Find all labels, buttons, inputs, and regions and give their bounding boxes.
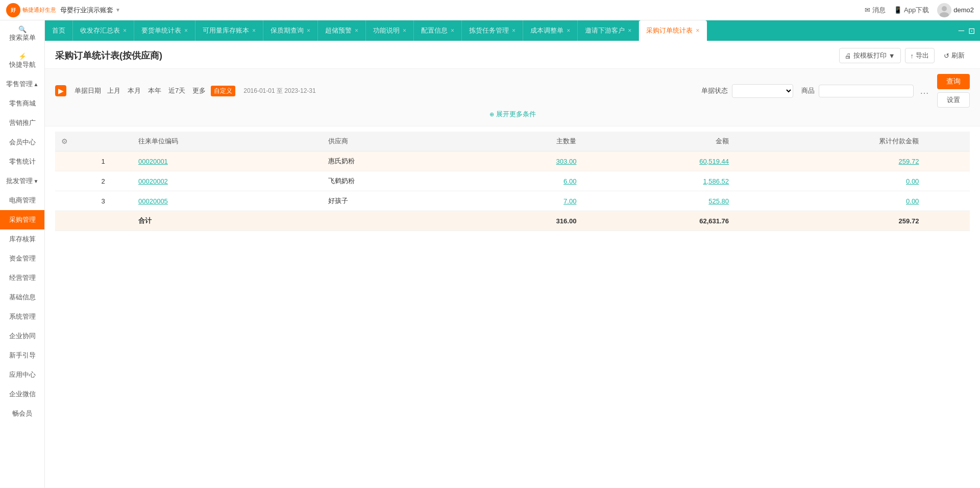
logo-icon: 好 xyxy=(6,3,20,17)
row-code-cell[interactable]: 00020005 xyxy=(132,191,322,211)
tab-config-info[interactable]: 配置信息 × xyxy=(414,20,462,41)
tab-receive-summary-label: 收发存汇总表 xyxy=(80,26,120,35)
more-dots-icon[interactable]: … xyxy=(920,86,929,96)
sidebar-item-ecommerce[interactable]: 电商管理 xyxy=(0,191,44,210)
sidebar-item-retail[interactable]: 零售管理 ▲ xyxy=(0,74,44,94)
row-paid-cell[interactable]: 0.00 xyxy=(735,171,925,191)
print-button[interactable]: 🖨 按模板打印 ▼ xyxy=(839,48,901,63)
sidebar-item-retail-shop[interactable]: 零售商城 xyxy=(0,94,44,113)
date-custom-tag[interactable]: 自定义 xyxy=(211,86,235,96)
sidebar-item-appcenter[interactable]: 应用中心 xyxy=(0,365,44,384)
goods-input[interactable] xyxy=(819,85,914,97)
sidebar-item-basic[interactable]: 基础信息 xyxy=(0,288,44,307)
expand-icon: ⊕ xyxy=(489,111,494,118)
date-shortcut-more[interactable]: 更多 xyxy=(190,85,208,96)
tab-purchase-stats-label: 采购订单统计表 xyxy=(646,26,693,35)
row-amount-cell[interactable]: 1,586.52 xyxy=(582,171,735,191)
table-area: ⚙ 往来单位编码 供应商 主数量 金额 累计付款金额 xyxy=(45,132,980,241)
column-settings-icon[interactable]: ⚙ xyxy=(61,137,68,145)
sidebar-item-system[interactable]: 系统管理 xyxy=(0,307,44,326)
tab-function-desc-label: 功能说明 xyxy=(373,26,400,35)
footer-paid-cell: 259.72 xyxy=(735,211,925,231)
tab-function-desc-close[interactable]: × xyxy=(403,27,406,34)
date-shortcut-this-year[interactable]: 本年 xyxy=(146,85,163,96)
row-supplier-cell: 好孩子 xyxy=(322,191,463,211)
filter-area: ▶ 单据日期 上月 本月 本年 近7天 更多 自定义 xyxy=(45,69,980,126)
tab-overstock-warning-close[interactable]: × xyxy=(355,27,358,34)
sidebar-item-member[interactable]: 会员中心 xyxy=(0,133,44,152)
footer-supplier-cell xyxy=(322,211,463,231)
date-shortcut-7days[interactable]: 近7天 xyxy=(166,85,187,96)
date-shortcut-this-month[interactable]: 本月 xyxy=(126,85,143,96)
sidebar-item-quicknav[interactable]: ⚡ 快捷导航 xyxy=(0,47,44,74)
row-code-cell[interactable]: 00020001 xyxy=(132,151,322,171)
sidebar-item-vip[interactable]: 畅会员 xyxy=(0,404,44,423)
tab-overstock-warning[interactable]: 超储预警 × xyxy=(318,20,366,41)
status-select[interactable] xyxy=(732,84,793,98)
tab-cost-adjust-close[interactable]: × xyxy=(567,27,570,34)
tab-available-stock-close[interactable]: × xyxy=(252,27,256,34)
tab-invite-downstream[interactable]: 邀请下游客户 × xyxy=(578,20,639,41)
row-qty-cell[interactable]: 303.00 xyxy=(464,151,583,171)
tab-purchase-goods-label: 要货单统计表 xyxy=(141,26,181,35)
tab-purchase-stats[interactable]: 采购订单统计表 × xyxy=(639,20,707,41)
row-qty-cell[interactable]: 7.00 xyxy=(464,191,583,211)
sidebar-item-operations[interactable]: 经营管理 xyxy=(0,268,44,288)
expand-conditions-button[interactable]: ⊕ 展开更多条件 xyxy=(55,108,970,121)
message-action[interactable]: ✉ 消息 xyxy=(865,6,886,15)
tab-expiry-query-close[interactable]: × xyxy=(307,27,310,34)
footer-qty-cell: 316.00 xyxy=(464,211,583,231)
tabs-expand-icon[interactable]: ⊡ xyxy=(968,26,975,36)
sidebar-item-wechat[interactable]: 企业微信 xyxy=(0,384,44,404)
tab-available-stock[interactable]: 可用量库存账本 × xyxy=(195,20,263,41)
tab-cost-adjust[interactable]: 成本调整单 × xyxy=(523,20,578,41)
tab-picking-task-label: 拣货任务管理 xyxy=(469,26,509,35)
tabs-minimize-icon[interactable]: ─ xyxy=(959,26,964,35)
sidebar-item-inventory[interactable]: 库存核算 xyxy=(0,229,44,249)
row-amount-cell[interactable]: 525.80 xyxy=(582,191,735,211)
tab-invite-downstream-close[interactable]: × xyxy=(628,27,631,34)
tab-purchase-stats-close[interactable]: × xyxy=(696,27,699,34)
workspace-label: 母婴行业演示账套 xyxy=(60,6,113,15)
sidebar-item-enterprise[interactable]: 企业协同 xyxy=(0,326,44,346)
message-label: 消息 xyxy=(872,6,886,15)
sidebar-item-newguide[interactable]: 新手引导 xyxy=(0,346,44,365)
tab-purchase-goods-close[interactable]: × xyxy=(184,27,188,34)
sidebar-item-purchase[interactable]: 采购管理 xyxy=(0,210,44,229)
date-shortcut-last-month[interactable]: 上月 xyxy=(105,85,122,96)
sidebar-item-marketing[interactable]: 营销推广 xyxy=(0,113,44,133)
sidebar-item-search[interactable]: 🔍 搜索菜单 xyxy=(0,20,44,47)
query-button[interactable]: 查询 xyxy=(937,74,970,89)
tab-purchase-goods[interactable]: 要货单统计表 × xyxy=(134,20,195,41)
refresh-icon: ↺ xyxy=(944,52,949,60)
settings-button[interactable]: 设置 xyxy=(937,92,970,108)
sidebar-item-finance[interactable]: 资金管理 xyxy=(0,249,44,268)
tab-config-info-close[interactable]: × xyxy=(451,27,454,34)
row-code-cell[interactable]: 00020002 xyxy=(132,171,322,191)
tab-function-desc[interactable]: 功能说明 × xyxy=(366,20,414,41)
tab-available-stock-label: 可用量库存账本 xyxy=(203,26,249,35)
sidebar-item-retail-stats[interactable]: 零售统计 xyxy=(0,152,44,171)
tab-picking-task[interactable]: 拣货任务管理 × xyxy=(462,20,523,41)
tab-expiry-query[interactable]: 保质期查询 × xyxy=(263,20,318,41)
tab-receive-summary-close[interactable]: × xyxy=(123,27,127,34)
row-empty-cell xyxy=(925,191,970,211)
phone-icon: 📱 xyxy=(894,6,902,14)
row-amount-cell[interactable]: 60,519.44 xyxy=(582,151,735,171)
tab-home[interactable]: 首页 xyxy=(45,20,73,41)
export-button[interactable]: ↑ 导出 xyxy=(905,48,935,63)
workspace-select[interactable]: 母婴行业演示账套 ▼ xyxy=(60,6,120,15)
tab-picking-task-close[interactable]: × xyxy=(512,27,516,34)
row-paid-cell[interactable]: 0.00 xyxy=(735,191,925,211)
col-header-code: 往来单位编码 xyxy=(132,132,322,151)
tab-receive-summary[interactable]: 收发存汇总表 × xyxy=(73,20,134,41)
user-area[interactable]: demo2 xyxy=(937,3,974,17)
filter-toggle[interactable]: ▶ xyxy=(55,85,66,96)
row-qty-cell[interactable]: 6.00 xyxy=(464,171,583,191)
sidebar-item-wholesale[interactable]: 批发管理 ▼ xyxy=(0,171,44,191)
nav-tabs-end: ─ ⊡ xyxy=(953,26,980,36)
refresh-label: 刷新 xyxy=(951,51,965,60)
row-paid-cell[interactable]: 259.72 xyxy=(735,151,925,171)
refresh-button[interactable]: ↺ 刷新 xyxy=(939,48,970,63)
app-download-action[interactable]: 📱 App下载 xyxy=(894,6,929,15)
